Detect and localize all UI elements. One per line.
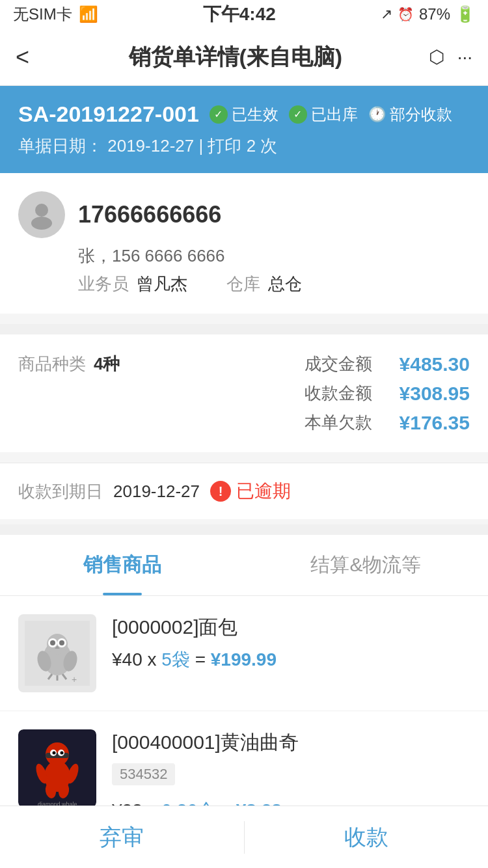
product-image-2: diamond whale xyxy=(18,729,96,807)
status-shipped: ✓ 已出库 xyxy=(289,104,358,125)
alarm-icon: ⏰ xyxy=(398,7,414,22)
tab-settlement[interactable]: 结算&物流等 xyxy=(244,535,488,595)
status-effective: ✓ 已生效 xyxy=(210,104,278,125)
nav-bar: < 销货单详情(来自电脑) ⬡ ··· xyxy=(0,29,488,86)
product-qty-1: 5袋 xyxy=(161,649,190,670)
svg-point-7 xyxy=(50,640,55,645)
order-header: SA-20191227-001 ✓ 已生效 ✓ 已出库 🕐 部分收款 单据日期：… xyxy=(0,86,488,173)
customer-name-phone: 张，156 6666 6666 xyxy=(78,245,470,267)
clock-icon: 🕐 xyxy=(368,106,386,123)
cancel-button[interactable]: 弃审 xyxy=(0,822,244,852)
check-icon-1: ✓ xyxy=(210,105,228,124)
product-price-1: ¥40 x 5袋 = ¥199.99 xyxy=(112,647,470,672)
confirm-button[interactable]: 收款 xyxy=(245,822,489,852)
deal-amount: 成交金额 ¥485.30 xyxy=(305,353,470,375)
warehouse-meta: 仓库 总仓 xyxy=(226,273,302,295)
svg-point-0 xyxy=(35,204,48,217)
status-partial: 🕐 部分收款 xyxy=(368,104,452,125)
table-row: + [0000002]面包 ¥40 x 5袋 = ¥199.99 xyxy=(0,596,488,711)
more-button[interactable]: ··· xyxy=(457,47,472,68)
svg-point-1 xyxy=(31,217,52,230)
divider-1 xyxy=(0,324,488,334)
status-time: 下午4:42 xyxy=(203,2,276,27)
tab-sales-products[interactable]: 销售商品 xyxy=(0,535,244,595)
back-button[interactable]: < xyxy=(16,44,29,71)
bottom-bar: 弃审 收款 xyxy=(0,806,488,868)
battery-text: 87% xyxy=(419,5,450,23)
due-section: 收款到期日 2019-12-27 ! 已逾期 xyxy=(0,463,488,519)
location-icon: ↗ xyxy=(381,6,392,23)
product-name-2: [000400001]黄油曲奇 xyxy=(112,729,470,756)
divider-3 xyxy=(0,524,488,535)
order-id: SA-20191227-001 xyxy=(18,102,199,127)
svg-text:+: + xyxy=(72,674,77,685)
product-sku-2: 534532 xyxy=(112,763,175,785)
customer-section: 17666666666 张，156 6666 6666 业务员 曾凡杰 仓库 总… xyxy=(0,173,488,314)
staff-meta: 业务员 曾凡杰 xyxy=(78,273,187,295)
svg-rect-19 xyxy=(46,753,69,758)
product-info-1: [0000002]面包 ¥40 x 5袋 = ¥199.99 xyxy=(112,614,470,672)
check-icon-2: ✓ xyxy=(289,105,307,124)
wifi-icon: 📶 xyxy=(79,5,98,23)
svg-point-8 xyxy=(59,640,64,645)
customer-row: 17666666666 xyxy=(18,191,470,238)
summary-right: 成交金额 ¥485.30 收款金额 ¥308.95 本单欠款 ¥176.35 xyxy=(305,353,470,434)
overdue-icon: ! xyxy=(210,481,231,502)
summary-row: 商品种类 4种 成交金额 ¥485.30 收款金额 ¥308.95 本单欠款 ¥… xyxy=(18,353,470,434)
customer-meta: 业务员 曾凡杰 仓库 总仓 xyxy=(78,273,470,295)
svg-point-23 xyxy=(61,752,64,755)
status-left: 无SIM卡 📶 xyxy=(13,4,98,25)
page-title: 销货单详情(来自电脑) xyxy=(42,42,429,72)
svg-point-22 xyxy=(53,752,56,755)
customer-phone: 17666666666 xyxy=(78,201,221,228)
summary-left: 商品种类 4种 xyxy=(18,353,120,375)
tabs-section: 销售商品 结算&物流等 xyxy=(0,535,488,596)
battery-icon: 🔋 xyxy=(455,5,475,23)
order-date-info: 单据日期： 2019-12-27 | 打印 2 次 xyxy=(18,135,470,157)
signal-text: 无SIM卡 xyxy=(13,4,72,25)
debt-amount: 本单欠款 ¥176.35 xyxy=(305,411,470,434)
overdue-text: 已逾期 xyxy=(236,479,291,504)
summary-section: 商品种类 4种 成交金额 ¥485.30 收款金额 ¥308.95 本单欠款 ¥… xyxy=(0,334,488,452)
status-bar: 无SIM卡 📶 下午4:42 ↗ ⏰ 87% 🔋 xyxy=(0,0,488,29)
share-button[interactable]: ⬡ xyxy=(429,46,444,68)
product-image-1: + xyxy=(18,614,96,692)
product-name-1: [0000002]面包 xyxy=(112,614,470,641)
avatar xyxy=(18,191,65,238)
status-right: ↗ ⏰ 87% 🔋 xyxy=(381,5,475,23)
receive-amount: 收款金额 ¥308.95 xyxy=(305,382,470,405)
product-total-1: ¥199.99 xyxy=(211,649,277,670)
nav-actions: ⬡ ··· xyxy=(429,46,472,68)
overdue-badge: ! 已逾期 xyxy=(210,479,291,504)
